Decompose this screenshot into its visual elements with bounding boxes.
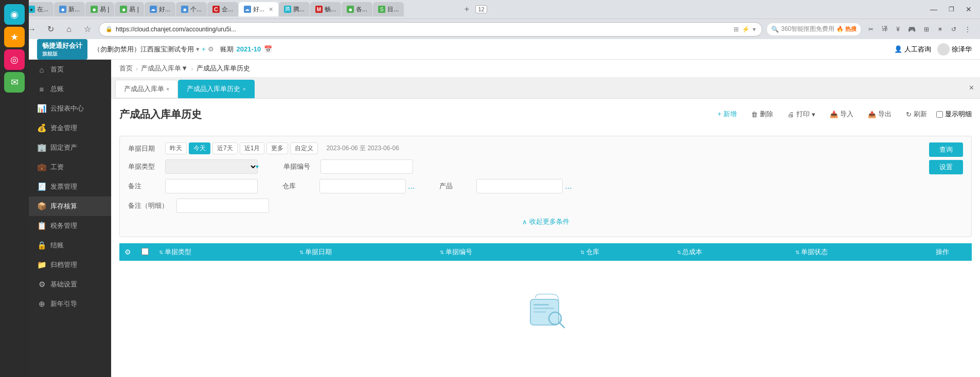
warehouse-picker-icon[interactable]: ... — [408, 182, 415, 191]
window-minimize[interactable]: — — [926, 2, 941, 16]
tab8-close[interactable]: ✕ — [269, 6, 273, 13]
scissor-icon[interactable]: ✂ — [865, 22, 877, 37]
address-bar[interactable]: 🔒 https://cloud.chanjet.com/accounting/u… — [99, 22, 762, 37]
docnumber-input[interactable] — [320, 159, 413, 174]
nav-item-funds[interactable]: 💰 资金管理 — [29, 118, 111, 138]
sidebar-app2[interactable]: ★ — [4, 27, 25, 47]
translate-icon[interactable]: 译 — [879, 22, 891, 37]
nav-item-fixed-assets[interactable]: 🏢 固定资产 — [29, 138, 111, 157]
window-restore[interactable]: ❐ — [944, 2, 958, 16]
history-icon[interactable]: ↺ — [948, 22, 959, 37]
browser-tab-3[interactable]: ■ 易 | — [85, 2, 114, 16]
nav-item-tax[interactable]: 📋 税务管理 — [29, 216, 111, 236]
page-tab-history[interactable]: 产成品入库单历史 × — [178, 80, 254, 98]
table-col-docstatus[interactable]: ⇅ 单据状态 — [790, 243, 931, 261]
add-company-icon[interactable]: + — [202, 45, 206, 53]
print-button[interactable]: 🖨 打印 ▾ — [782, 107, 821, 121]
browser-tab-10[interactable]: M 畅... — [310, 2, 341, 16]
print-icon: 🖨 — [788, 111, 794, 118]
nav-item-inventory[interactable]: 📦 库存核算 — [29, 196, 111, 216]
date-opt-custom[interactable]: 自定义 — [290, 142, 318, 154]
date-opt-yesterday[interactable]: 昨天 — [165, 142, 187, 154]
refresh-button[interactable]: ↻ — [43, 22, 58, 37]
refresh-button[interactable]: ↻ 刷新 — [901, 107, 932, 121]
brightness-icon[interactable]: ☀ — [934, 22, 946, 37]
game-icon[interactable]: 🎮 — [905, 22, 919, 37]
doctype-select[interactable] — [165, 159, 258, 174]
close-panel-button[interactable]: × — [963, 81, 980, 95]
page-tab-history-close[interactable]: × — [242, 86, 245, 92]
breadcrumb-home[interactable]: 首页 — [119, 64, 133, 73]
query-button[interactable]: 查询 — [929, 142, 963, 157]
sidebar-app1[interactable]: ◉ — [4, 4, 25, 25]
nav-item-closing[interactable]: 🔒 结账 — [29, 236, 111, 255]
nav-item-invoice[interactable]: 🧾 发票管理 — [29, 177, 111, 196]
date-opt-more[interactable]: 更多 — [266, 142, 288, 154]
nav-item-new-guide[interactable]: ⊕ 新年引导 — [29, 294, 111, 314]
page-tab-list-close[interactable]: × — [166, 86, 169, 92]
browser-tab-6[interactable]: ■ 个... — [176, 2, 207, 16]
closing-nav-icon: 🔒 — [37, 241, 46, 250]
collapse-filters-button[interactable]: ∧ 收起更多条件 — [522, 217, 569, 226]
browser-tab-4[interactable]: ■ 易 | — [115, 2, 144, 16]
company-selector[interactable]: （勿删勿禁用）江西服宝测试专用 ▾ + ⚙ — [94, 45, 214, 54]
delete-button[interactable]: 🗑 删除 — [746, 107, 778, 121]
table-col-gear[interactable]: ⚙ — [119, 243, 136, 261]
select-all-checkbox[interactable] — [141, 248, 149, 255]
user-menu[interactable]: 徐泽华 — [937, 43, 972, 56]
new-tab-button[interactable]: + — [460, 3, 473, 16]
search-bar-360[interactable]: 🔍 360智能抠图免费用 🔥 热搜 — [767, 23, 861, 36]
service-button[interactable]: 👤 人工咨询 — [894, 45, 931, 54]
warehouse-input[interactable] — [319, 179, 406, 193]
nav-item-ledger[interactable]: ≡ 总账 — [29, 79, 111, 99]
table-col-docnumber[interactable]: ⇅ 单据编号 — [435, 243, 575, 261]
date-opt-today[interactable]: 今天 — [189, 142, 210, 154]
tab-count[interactable]: 12 — [475, 5, 487, 13]
nav-item-settings[interactable]: ⚙ 基础设置 — [29, 275, 111, 294]
browser-tab-5[interactable]: ☁ 好... — [145, 2, 175, 16]
sidebar-app3[interactable]: ◎ — [4, 49, 25, 70]
nav-item-home[interactable]: ⌂ 首页 — [29, 60, 111, 79]
yuan-icon[interactable]: ¥ — [893, 22, 903, 37]
home-button[interactable]: ⌂ — [62, 22, 76, 37]
browser-tab-2[interactable]: ■ 新... — [54, 2, 85, 16]
table-col-warehouse[interactable]: ⇅ 仓库 — [575, 243, 671, 261]
product-input[interactable] — [476, 179, 563, 193]
table-col-doctype[interactable]: ⇅ 单据类型 — [154, 243, 294, 261]
show-columns-toggle[interactable]: 显示明细 — [936, 110, 972, 119]
settings-icon[interactable]: ⚙ — [208, 45, 214, 53]
add-button[interactable]: + 新增 — [712, 107, 742, 121]
nav-item-payroll[interactable]: 💼 工资 — [29, 157, 111, 177]
product-picker-icon[interactable]: ... — [565, 182, 572, 191]
browser-tab-11[interactable]: ■ 各... — [342, 2, 372, 16]
date-opt-7days[interactable]: 近7天 — [212, 142, 238, 154]
import-icon: 📥 — [830, 111, 838, 118]
calendar-icon: 📅 — [264, 45, 272, 53]
table-col-checkbox[interactable] — [136, 243, 154, 261]
browser-tab-12[interactable]: S 目... — [373, 2, 404, 16]
period-selector[interactable]: 账期 2021-10 📅 — [220, 45, 273, 54]
import-button[interactable]: 📥 导入 — [825, 107, 859, 121]
grid-icon[interactable]: ⊞ — [921, 22, 932, 37]
page-tab-list[interactable]: 产成品入库单 × — [115, 80, 178, 98]
window-close[interactable]: ✕ — [961, 2, 976, 16]
filter-settings-button[interactable]: 设置 — [929, 160, 963, 174]
remark-input[interactable] — [165, 179, 258, 193]
table-col-docdate[interactable]: ⇅ 单据日期 — [294, 243, 435, 261]
nav-item-ledger-label: 总账 — [50, 84, 64, 94]
browser-tab-8[interactable]: ☁ 好... ✕ — [239, 2, 278, 16]
browser-tab-9[interactable]: 腾 腾... — [279, 2, 310, 16]
sidebar-app4[interactable]: ✉ — [4, 72, 25, 93]
detail-remark-input[interactable] — [176, 199, 269, 213]
more-icon[interactable]: ⋮ — [961, 22, 974, 37]
date-opt-1month[interactable]: 近1月 — [240, 142, 265, 154]
browser-tab-7[interactable]: C 企... — [207, 2, 238, 16]
export-button[interactable]: 📤 导出 — [863, 107, 897, 121]
table-col-totalcost[interactable]: ⇅ 总成本 — [672, 243, 790, 261]
cloud-report-nav-icon: 📊 — [37, 104, 46, 113]
nav-item-archive[interactable]: 📁 归档管理 — [29, 255, 111, 275]
nav-item-cloud-report[interactable]: 📊 云报表中心 — [29, 99, 111, 118]
bookmark-button[interactable]: ☆ — [80, 22, 95, 37]
breadcrumb-list[interactable]: 产成品入库单▼ — [141, 64, 188, 73]
show-columns-checkbox[interactable] — [936, 111, 943, 118]
